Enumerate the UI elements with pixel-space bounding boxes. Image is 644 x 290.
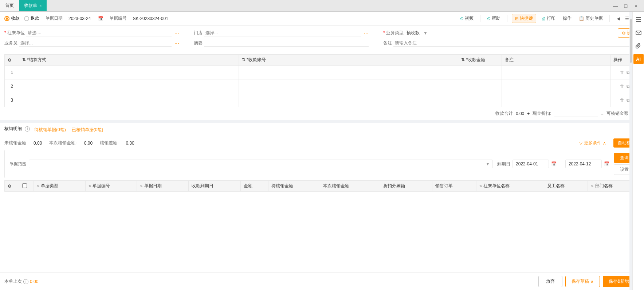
scrollbar[interactable]	[629, 12, 632, 290]
partner-sort[interactable]: ⇅	[479, 184, 482, 188]
calendar-to-icon[interactable]: 📅	[604, 161, 609, 166]
draft-dropdown-icon[interactable]: ∧	[590, 279, 594, 284]
sidebar-email-icon[interactable]	[633, 28, 644, 38]
account-sort[interactable]: ⇅	[242, 57, 246, 62]
range-select[interactable]	[29, 160, 493, 168]
tab-receipt[interactable]: 收款单 ×	[19, 0, 47, 11]
account-cell-3[interactable]	[239, 93, 458, 107]
radio-group: 收款 退款	[4, 15, 39, 21]
toolbar-right: ⊙ 视频 ⊙ 帮助 ⊞ 快捷键 🖨 打印 操作 📋 历史单据	[458, 14, 640, 23]
settlement-cell-3[interactable]	[19, 93, 239, 107]
discount-input[interactable]	[554, 110, 598, 117]
date-calendar-icon[interactable]: 📅	[98, 16, 103, 21]
sidebar-table-icon[interactable]	[633, 15, 644, 25]
doc-num-sort[interactable]: ⇅	[89, 184, 91, 188]
sidebar-clip-icon[interactable]	[633, 41, 644, 51]
help-btn[interactable]: ⊙ 帮助	[485, 15, 503, 22]
store-more-icon[interactable]: ···	[364, 30, 369, 36]
scrollbar-thumb[interactable]	[630, 19, 632, 63]
summary-input[interactable]	[204, 40, 369, 47]
tab-close-icon[interactable]: ×	[39, 4, 42, 8]
doc-type-header: ⇅ 单据类型	[34, 181, 86, 192]
draft-button[interactable]: 保存草稿 ∧	[565, 276, 600, 287]
remark-cell-3[interactable]	[502, 93, 610, 107]
salesperson-input[interactable]	[19, 40, 172, 47]
form-area: 往来单位 ··· 门店 ··· 业务类型 预收款 ▼ ⚙ 设置	[0, 26, 644, 52]
done-tab[interactable]: 已核销单据(0笔)	[72, 127, 103, 133]
close-button[interactable]: ×	[631, 1, 641, 11]
sidebar-ai-icon[interactable]: Ai	[633, 54, 644, 64]
store-input[interactable]	[204, 30, 361, 36]
number-label: 单据编号	[109, 15, 127, 21]
svg-rect-1	[636, 19, 641, 20]
pending-tab[interactable]: 待核销单据(0笔)	[34, 127, 66, 133]
doc-date-sort[interactable]: ⇅	[140, 184, 143, 188]
delete-icon-1[interactable]: 🗑	[620, 70, 624, 75]
select-all-checkbox[interactable]	[22, 183, 27, 188]
info-icon[interactable]: i	[25, 126, 30, 132]
radio-collect[interactable]: 收款	[4, 15, 20, 21]
doc-type-sort[interactable]: ⇅	[37, 184, 40, 188]
amount-header: ⇅ *收款金额	[458, 55, 502, 66]
remark-input[interactable]	[393, 40, 640, 47]
remark-cell-2[interactable]	[502, 79, 610, 93]
date-from-input[interactable]	[513, 160, 549, 168]
settlement-cell-2[interactable]	[19, 79, 239, 93]
total-label: 收款合计	[495, 110, 513, 117]
salesperson-more-icon[interactable]: ···	[174, 40, 179, 47]
delete-icon-2[interactable]: 🗑	[620, 84, 624, 89]
table-row: 2 🗑 ⧉	[5, 79, 640, 93]
delete-icon-3[interactable]: 🗑	[620, 98, 624, 103]
history-btn[interactable]: 📋 历史单据	[577, 15, 605, 22]
amount-cell-2[interactable]	[458, 79, 502, 93]
remark-field: 备注	[383, 40, 640, 47]
discount-label: 现金折扣:	[533, 110, 551, 117]
remark-cell-1[interactable]	[502, 66, 610, 79]
this-time-amount-header: 本次核销金额	[320, 181, 380, 192]
gear-icon: ⚙	[622, 31, 626, 36]
date-field: 到期日 📅 — 📅	[497, 160, 609, 168]
operation-btn[interactable]: 操作	[561, 15, 574, 22]
shortcut-btn[interactable]: ⊞ 快捷键	[512, 14, 536, 23]
tab-home[interactable]: 首页	[0, 0, 19, 11]
gear-header[interactable]: ⚙	[5, 55, 19, 66]
minimize-button[interactable]: —	[610, 1, 621, 11]
prev-icon[interactable]: ◀	[614, 15, 622, 23]
abandon-button[interactable]: 放弃	[538, 276, 562, 287]
footer-info-icon[interactable]: i	[23, 279, 28, 284]
radio-collect-label: 收款	[11, 15, 20, 21]
business-type-value: 预收款	[407, 30, 420, 36]
amount-sort[interactable]: ⇅	[461, 57, 465, 62]
business-type-field: 业务类型 预收款 ▼	[383, 30, 428, 36]
section-tabs: 待核销单据(0笔) 已核销单据(0笔)	[34, 127, 103, 133]
employee-header: 员工名称	[544, 181, 588, 192]
counterparty-input[interactable]	[26, 30, 172, 36]
checkbox-header[interactable]	[19, 181, 34, 192]
print-btn[interactable]: 🖨 打印	[539, 15, 558, 22]
top-toolbar: 收款 退款 单据日期 2023-03-24 📅 单据编号 SK-20230324…	[0, 12, 644, 26]
counterparty-more-icon[interactable]: ···	[174, 30, 179, 36]
gear-header-bottom[interactable]: ⚙	[5, 181, 19, 192]
video-icon: ⊙	[460, 16, 464, 21]
range-label: 单据范围	[9, 161, 27, 167]
business-type-dropdown[interactable]: ▼	[423, 31, 428, 36]
more-conditions-btn[interactable]: ▽ 更多条件 ∧	[579, 140, 606, 146]
salesperson-label: 业务员	[4, 40, 17, 46]
video-btn[interactable]: ⊙ 视频	[458, 15, 476, 22]
calendar-from-icon[interactable]: 📅	[551, 161, 557, 166]
radio-refund[interactable]: 退款	[24, 15, 39, 21]
settlement-cell-1[interactable]	[19, 66, 239, 79]
amount-cell-3[interactable]	[458, 93, 502, 107]
gear-icon: ⚙	[8, 58, 12, 63]
account-cell-2[interactable]	[239, 79, 458, 93]
due-date-header: 收款到期日	[188, 181, 240, 192]
amount-cell-1[interactable]	[458, 66, 502, 79]
account-cell-1[interactable]	[239, 66, 458, 79]
date-separator: —	[559, 161, 563, 166]
settlement-sort[interactable]: ⇅	[22, 57, 26, 62]
remark-label: 备注	[383, 40, 392, 46]
right-sidebar: Ai	[632, 12, 644, 290]
maximize-button[interactable]: □	[621, 1, 631, 11]
dept-sort[interactable]: ⇅	[591, 184, 594, 188]
date-to-input[interactable]	[565, 160, 602, 168]
